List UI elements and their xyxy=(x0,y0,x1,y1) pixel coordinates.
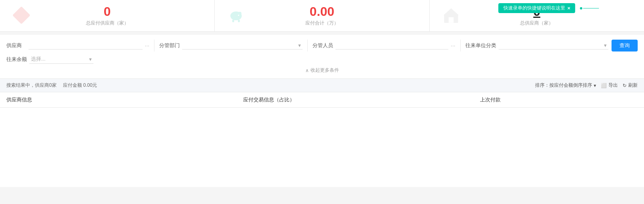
payable-total-label: 应付合计（万） xyxy=(305,20,339,27)
balance-placeholder: 选择... xyxy=(31,55,46,63)
svg-marker-8 xyxy=(443,8,458,15)
summary-bar: ¥ 0 总应付供应商（家） 0.00 应付合计（万） 快速录单的快捷键说明在这里… xyxy=(0,0,644,32)
balance-label: 往来余额 xyxy=(6,56,27,63)
export-button[interactable]: ⬜ 导出 xyxy=(601,82,618,89)
summary-card-payable-suppliers: ¥ 0 总应付供应商（家） xyxy=(0,0,215,31)
th-transaction-label: 应付交易信息（占比） xyxy=(243,97,295,103)
refresh-button[interactable]: ↻ 刷新 xyxy=(623,82,638,89)
person-label: 分管人员 xyxy=(312,42,333,49)
results-left: 搜索结果中，供应商0家 应付金额 0.00元 xyxy=(6,82,97,89)
house-icon xyxy=(442,6,461,26)
results-right: 排序：按应付会额倒序排序 ▾ ⬜ 导出 ↻ 刷新 xyxy=(535,82,638,89)
results-summary: 搜索结果中，供应商0家 xyxy=(6,82,57,89)
svg-rect-9 xyxy=(448,17,453,23)
person-more-icon[interactable]: ··· xyxy=(451,42,455,49)
filter-row-2: 往来余额 选择... ▾ xyxy=(6,55,638,64)
tooltip-connector-dot xyxy=(579,6,583,10)
tooltip-text: 快速录单的快捷键说明在这里 xyxy=(503,5,565,11)
th-last-payment-label: 上次付款 xyxy=(480,97,501,103)
collapse-label: 收起更多条件 xyxy=(311,67,339,74)
supplier-more-icon[interactable]: ··· xyxy=(145,42,150,49)
sort-label: 排序：按应付会额倒序排序 xyxy=(535,82,592,89)
tooltip-close[interactable]: × xyxy=(568,5,571,11)
filter-row-1: 供应商 ··· 分管部门 ▾ 分管人员 ··· 往来单位分类 ▾ xyxy=(6,40,638,51)
svg-point-6 xyxy=(238,14,239,15)
svg-text:¥: ¥ xyxy=(20,12,23,18)
results-bar: 搜索结果中，供应商0家 应付金额 0.00元 排序：按应付会额倒序排序 ▾ ⬜ … xyxy=(0,79,644,92)
unit-category-label: 往来单位分类 xyxy=(465,42,496,49)
filter-unit-category: 往来单位分类 ▾ xyxy=(465,42,608,50)
collapse-button[interactable]: ∧ 收起更多条件 xyxy=(305,67,339,74)
unit-category-select[interactable]: ▾ xyxy=(499,42,608,50)
payable-suppliers-label: 总应付供应商（家） xyxy=(86,20,129,27)
th-supplier-label: 供应商信息 xyxy=(6,97,32,103)
th-last-payment: 上次付款 xyxy=(480,96,638,103)
sort-chevron-icon: ▾ xyxy=(594,83,596,88)
svg-rect-4 xyxy=(232,19,234,22)
filter-balance: 往来余额 选择... ▾ xyxy=(6,55,93,64)
person-input[interactable] xyxy=(335,42,449,50)
svg-point-3 xyxy=(238,11,242,15)
divider-1 xyxy=(154,40,154,51)
divider-3 xyxy=(460,40,461,51)
department-label: 分管部门 xyxy=(159,42,180,49)
total-suppliers-label: 总供应商（家） xyxy=(520,20,553,27)
piggy-icon xyxy=(227,6,246,26)
sort-button[interactable]: 排序：按应付会额倒序排序 ▾ xyxy=(535,82,596,89)
payable-suppliers-number: 0 xyxy=(104,5,111,19)
payable-total-number: 0.00 xyxy=(310,5,334,19)
unit-category-chevron-icon: ▾ xyxy=(604,42,607,48)
refresh-icon: ↻ xyxy=(623,83,627,88)
department-select[interactable]: ▾ xyxy=(182,42,302,50)
filter-person: 分管人员 ··· xyxy=(312,42,455,50)
balance-select[interactable]: 选择... ▾ xyxy=(29,55,93,64)
table-body xyxy=(0,108,644,187)
results-amount: 应付金额 0.00元 xyxy=(63,82,97,89)
filter-supplier: 供应商 ··· xyxy=(6,42,149,50)
export-label: 导出 xyxy=(608,82,618,89)
balance-chevron-icon: ▾ xyxy=(89,56,92,62)
supplier-label: 供应商 xyxy=(6,42,26,49)
filter-section: 供应商 ··· 分管部门 ▾ 分管人员 ··· 往来单位分类 ▾ xyxy=(0,35,644,79)
shortcut-tooltip: 快速录单的快捷键说明在这里 × xyxy=(499,3,575,13)
collapse-row: ∧ 收起更多条件 xyxy=(6,67,638,74)
summary-card-payable-total: 0.00 应付合计（万） xyxy=(215,0,429,31)
table-header: 供应商信息 应付交易信息（占比） 上次付款 xyxy=(0,92,644,108)
diamond-icon: ¥ xyxy=(12,6,31,26)
th-supplier: 供应商信息 xyxy=(6,96,243,103)
svg-rect-5 xyxy=(238,19,240,22)
export-icon: ⬜ xyxy=(601,83,607,88)
th-transaction: 应付交易信息（占比） xyxy=(243,96,480,103)
supplier-input[interactable] xyxy=(29,42,143,50)
refresh-label: 刷新 xyxy=(628,82,638,89)
query-button[interactable]: 查询 xyxy=(612,40,638,51)
collapse-chevron-icon: ∧ xyxy=(305,68,309,73)
department-chevron-icon: ▾ xyxy=(298,42,301,48)
tooltip-connector-line xyxy=(583,8,599,8)
divider-2 xyxy=(307,40,308,51)
summary-card-total-suppliers: 快速录单的快捷键说明在这里 × 0 总供应商（家） xyxy=(430,0,644,31)
filter-department: 分管部门 ▾ xyxy=(159,42,302,50)
